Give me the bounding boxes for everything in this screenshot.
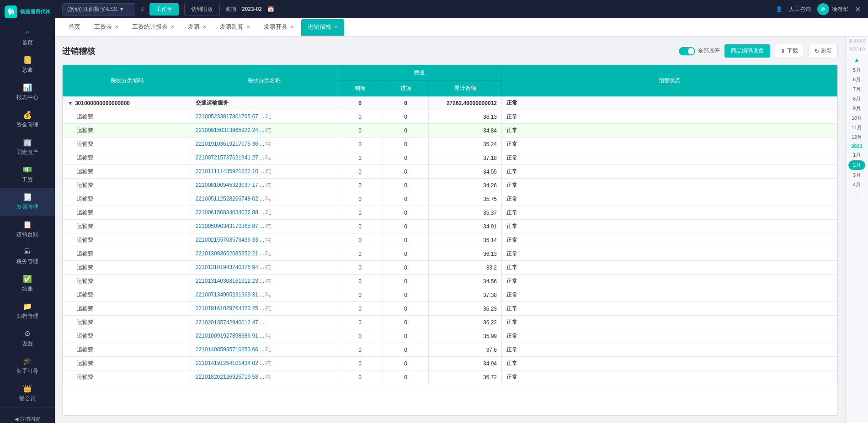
logo-icon: 畅	[5, 5, 17, 18]
sidebar-item-settle[interactable]: ✅结账	[0, 270, 55, 297]
table-row: 运输费 221007134905231969 31 ... 吨 0 0 37.3…	[63, 288, 837, 302]
timeline-month-5[interactable]: 5月	[846, 65, 868, 75]
table-row: 运输费 221006150834034026 88 ... 吨 0 0 35.3…	[63, 206, 837, 220]
sidebar-item-salary[interactable]: 💵工资	[0, 161, 55, 188]
tab-label-invoice: 发票	[188, 23, 200, 31]
page-title: 进销稽核	[62, 46, 95, 57]
timeline-month-2-active[interactable]: 2月	[848, 160, 865, 170]
switch-old-button[interactable]: 切到旧版	[184, 3, 220, 16]
timeline-month-7[interactable]: 7月	[846, 85, 868, 94]
tab-invoice-open[interactable]: 发票开具✕	[257, 19, 300, 36]
cell-cumulative: 34.91	[429, 220, 502, 233]
tab-close-invoice-check[interactable]: ✕	[246, 24, 250, 29]
table-row: ▼301000000000000000 交通运输服务 0 0 27262.400…	[63, 96, 837, 110]
cell-name: 交通运输服务	[191, 96, 337, 110]
sidebar-label-report: 报表中心	[16, 94, 38, 101]
cell-status: 正常	[502, 165, 837, 179]
cell-name: 运输费	[63, 316, 191, 329]
cell-cumulative: 34.94	[429, 357, 502, 370]
cell-name: 运输费	[63, 343, 191, 357]
sidebar-item-settings[interactable]: ⚙设置	[0, 325, 55, 352]
cell-sale: 0	[337, 192, 383, 206]
timeline-scroll-up[interactable]: ▲	[846, 54, 868, 65]
tab-in-out-check[interactable]: 进销稽核✕	[301, 19, 344, 36]
sidebar-item-ledger[interactable]: 📒总账	[0, 51, 55, 79]
tab-home[interactable]: 首页	[62, 19, 87, 36]
cell-sale: 0	[337, 179, 383, 192]
unpin-button[interactable]: ◀ 取消固定	[0, 412, 55, 423]
tab-salary[interactable]: 工资表✕	[88, 19, 125, 36]
cell-cumulative: 33.2	[429, 261, 502, 275]
cell-status: 正常	[502, 357, 837, 370]
sidebar-item-home[interactable]: ⌂首页	[0, 24, 55, 51]
cell-name: 运输费	[63, 302, 191, 316]
cell-purchase: 0	[383, 220, 429, 233]
company-selector[interactable]: (勿动) 江西报宝-LSS ▾	[62, 3, 135, 16]
sidebar-item-tax[interactable]: 🏛税务管理	[0, 243, 55, 270]
cell-status: 正常	[502, 247, 837, 261]
topbar: (勿动) 江西报宝-LSS ▾ ⎘ 工作台 切到旧版 账期 2023-02 📅 …	[55, 0, 868, 18]
company-name: (勿动) 江西报宝-LSS	[67, 5, 117, 13]
cell-sale: 0	[337, 302, 383, 316]
sidebar-item-member[interactable]: 👑畅会员	[0, 380, 55, 407]
cell-code-long: 221013093652085352 21 ... 吨	[191, 247, 337, 261]
cell-purchase: 0	[383, 233, 429, 247]
timeline-month-4[interactable]: 4月	[846, 180, 868, 190]
timeline-month-8[interactable]: 8月	[846, 94, 868, 104]
download-icon: ⬇	[781, 48, 785, 54]
cell-name: 运输费	[63, 275, 191, 288]
user-menu[interactable]: 徐 徐澄华	[817, 3, 848, 15]
cell-status: 正常	[502, 151, 837, 165]
sidebar-item-invoice-mgmt[interactable]: 🧾发票管理	[0, 188, 55, 216]
table-row: 运输费 221005090343170865 87 ... 吨 0 0 34.9…	[63, 220, 837, 233]
tab-invoice-check[interactable]: 发票测算✕	[213, 19, 256, 36]
timeline-month-12[interactable]: 12月	[846, 132, 868, 142]
refresh-button[interactable]: ↻ 刷新	[809, 44, 838, 58]
sidebar-item-asset[interactable]: 🏢固定资产	[0, 133, 55, 161]
download-label: 下载	[787, 47, 798, 55]
toggle-switch[interactable]	[679, 47, 695, 55]
sidebar-item-guide[interactable]: 🎓新手引导	[0, 352, 55, 380]
sidebar-item-fund[interactable]: 💰资金管理	[0, 106, 55, 133]
toggle-label: 全部展开	[698, 47, 720, 55]
cell-status: 正常	[502, 220, 837, 233]
cell-sale: 0	[337, 370, 383, 384]
cell-code-long: 221018202126925719 58 ... 吨	[191, 370, 337, 384]
cell-code-long: 221013140308161912 23 ... 吨	[191, 275, 337, 288]
sidebar-label-sales-ledger: 进销台账	[16, 231, 38, 238]
cell-status: 正常	[502, 302, 837, 316]
sidebar-item-archive[interactable]: 📁归档管理	[0, 297, 55, 325]
worktable-button[interactable]: 工作台	[149, 3, 179, 16]
sidebar-icon-tax: 🏛	[24, 248, 31, 256]
timeline-month-9[interactable]: 9月	[846, 104, 868, 113]
sidebar-item-sales-ledger[interactable]: 📋进销台账	[0, 216, 55, 243]
tab-invoice[interactable]: 发票✕	[181, 19, 213, 36]
commodity-code-button[interactable]: 商品编码设置	[724, 44, 770, 58]
tab-close-in-out-check[interactable]: ✕	[334, 24, 338, 29]
copy-icon[interactable]: ⎘	[141, 6, 144, 12]
timeline-month-1[interactable]: 1月	[846, 150, 868, 160]
tab-close-invoice-open[interactable]: ✕	[290, 24, 294, 29]
tab-label-salary: 工资表	[94, 23, 112, 31]
support-label[interactable]: 人工咨询	[789, 5, 811, 13]
timeline-month-11[interactable]: 11月	[846, 123, 868, 132]
cell-name: 运输费	[63, 247, 191, 261]
cell-code-long: 221013101943240375 94 ... 吨	[191, 261, 337, 275]
period-calendar-icon[interactable]: 📅	[267, 6, 274, 12]
tab-salary-stat[interactable]: 工资统计报表✕	[126, 19, 181, 36]
tab-close-salary[interactable]: ✕	[115, 24, 118, 29]
timeline-month-6[interactable]: 6月	[846, 75, 868, 85]
download-button[interactable]: ⬇ 下载	[775, 44, 804, 58]
sidebar-item-report[interactable]: 📊报表中心	[0, 79, 55, 106]
tab-close-invoice[interactable]: ✕	[202, 24, 206, 29]
expand-all-toggle[interactable]: 全部展开	[679, 47, 720, 55]
timeline-cur-period: 2023.02	[846, 45, 868, 54]
cell-sale: 0	[337, 151, 383, 165]
timeline-month-3[interactable]: 3月	[846, 170, 868, 180]
tab-close-salary-stat[interactable]: ✕	[170, 24, 174, 29]
cell-code-long: 221011111435921522 10 ... 吨	[191, 165, 337, 179]
table-row: 运输费 221020135742940012 47 ... 0 0 36.22 …	[63, 316, 837, 329]
cell-name: 运输费	[63, 165, 191, 179]
timeline-month-10[interactable]: 10月	[846, 113, 868, 123]
topbar-close-icon[interactable]: ✕	[855, 5, 861, 14]
